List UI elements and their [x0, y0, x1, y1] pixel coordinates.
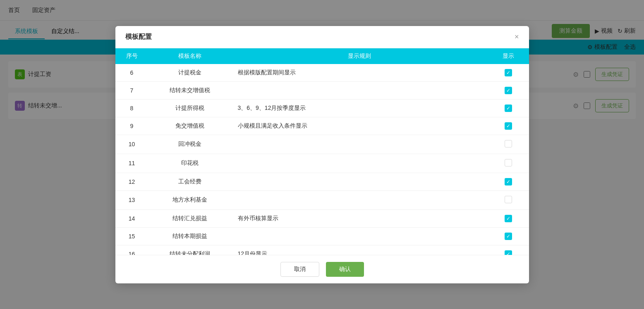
cell-index: 10 [115, 135, 148, 154]
modal-overlay: 模板配置 × 序号 模板名称 显示规则 显示 6计提税金根据模版配置期间显示✓7… [0, 0, 644, 309]
checkbox-checked[interactable]: ✓ [505, 178, 512, 185]
th-rule: 显示规则 [231, 48, 488, 64]
cell-checkbox[interactable] [488, 154, 529, 173]
table-row: 6计提税金根据模版配置期间显示✓ [115, 64, 529, 82]
cell-checkbox[interactable]: ✓ [488, 99, 529, 117]
th-index: 序号 [115, 48, 148, 64]
cell-checkbox[interactable] [488, 190, 529, 209]
checkbox-checked[interactable]: ✓ [505, 87, 512, 94]
cell-rule [231, 135, 488, 154]
checkbox-checked[interactable]: ✓ [505, 233, 512, 240]
cell-name: 计提所得税 [148, 99, 231, 117]
cell-index: 16 [115, 245, 148, 255]
modal-footer: 取消 确认 [115, 255, 529, 283]
cell-rule: 根据模版配置期间显示 [231, 64, 488, 82]
cell-rule: 3、6、9、12月按季度显示 [231, 99, 488, 117]
table-row: 7结转未交增值税✓ [115, 81, 529, 99]
cell-rule [231, 173, 488, 190]
cell-index: 7 [115, 81, 148, 99]
confirm-button[interactable]: 确认 [326, 262, 364, 277]
cell-checkbox[interactable]: ✓ [488, 227, 529, 245]
modal-title: 模板配置 [125, 33, 152, 41]
th-name: 模板名称 [148, 48, 231, 64]
cell-name: 计提税金 [148, 64, 231, 82]
table-row: 14结转汇兑损益有外币核算显示✓ [115, 209, 529, 227]
cell-checkbox[interactable] [488, 135, 529, 154]
cell-index: 12 [115, 173, 148, 190]
checkbox-checked[interactable]: ✓ [505, 105, 512, 112]
cell-rule [231, 190, 488, 209]
modal-header: 模板配置 × [115, 26, 529, 48]
cell-checkbox[interactable]: ✓ [488, 64, 529, 82]
cell-name: 印花税 [148, 154, 231, 173]
cell-index: 6 [115, 64, 148, 82]
checkbox-unchecked[interactable] [505, 159, 512, 166]
checkbox-checked[interactable]: ✓ [505, 250, 512, 255]
cell-checkbox[interactable]: ✓ [488, 173, 529, 190]
cell-name: 免交增值税 [148, 117, 231, 135]
cell-index: 8 [115, 99, 148, 117]
cell-checkbox[interactable]: ✓ [488, 81, 529, 99]
cell-rule: 12月份显示 [231, 245, 488, 255]
table-row: 13地方水利基金 [115, 190, 529, 209]
cell-name: 结转未分配利润 [148, 245, 231, 255]
modal-close-button[interactable]: × [515, 33, 519, 41]
table-row: 9免交增值税小规模且满足收入条件显示✓ [115, 117, 529, 135]
table-row: 16结转未分配利润12月份显示✓ [115, 245, 529, 255]
cell-index: 15 [115, 227, 148, 245]
table-row: 15结转本期损益✓ [115, 227, 529, 245]
table-row: 10回冲税金 [115, 135, 529, 154]
cell-checkbox[interactable]: ✓ [488, 245, 529, 255]
table-row: 8计提所得税3、6、9、12月按季度显示✓ [115, 99, 529, 117]
cell-name: 工会经费 [148, 173, 231, 190]
cell-index: 11 [115, 154, 148, 173]
cell-rule: 小规模且满足收入条件显示 [231, 117, 488, 135]
cell-index: 14 [115, 209, 148, 227]
checkbox-checked[interactable]: ✓ [505, 122, 512, 130]
checkbox-unchecked[interactable] [505, 196, 512, 203]
table-row: 11印花税 [115, 154, 529, 173]
cell-name: 结转未交增值税 [148, 81, 231, 99]
cell-name: 结转汇兑损益 [148, 209, 231, 227]
modal-table: 序号 模板名称 显示规则 显示 6计提税金根据模版配置期间显示✓7结转未交增值税… [115, 48, 529, 255]
cell-rule [231, 81, 488, 99]
cell-index: 13 [115, 190, 148, 209]
cell-checkbox[interactable]: ✓ [488, 209, 529, 227]
cell-name: 结转本期损益 [148, 227, 231, 245]
template-config-modal: 模板配置 × 序号 模板名称 显示规则 显示 6计提税金根据模版配置期间显示✓7… [115, 26, 529, 283]
cell-rule: 有外币核算显示 [231, 209, 488, 227]
cell-index: 9 [115, 117, 148, 135]
table-row: 12工会经费✓ [115, 173, 529, 190]
cell-rule [231, 154, 488, 173]
cell-rule [231, 227, 488, 245]
modal-table-scroll[interactable]: 序号 模板名称 显示规则 显示 6计提税金根据模版配置期间显示✓7结转未交增值税… [115, 48, 529, 255]
checkbox-checked[interactable]: ✓ [505, 69, 512, 76]
cell-name: 回冲税金 [148, 135, 231, 154]
checkbox-unchecked[interactable] [505, 140, 512, 147]
cell-name: 地方水利基金 [148, 190, 231, 209]
checkbox-checked[interactable]: ✓ [505, 215, 512, 222]
cell-checkbox[interactable]: ✓ [488, 117, 529, 135]
th-display: 显示 [488, 48, 529, 64]
cancel-button[interactable]: 取消 [280, 262, 319, 277]
